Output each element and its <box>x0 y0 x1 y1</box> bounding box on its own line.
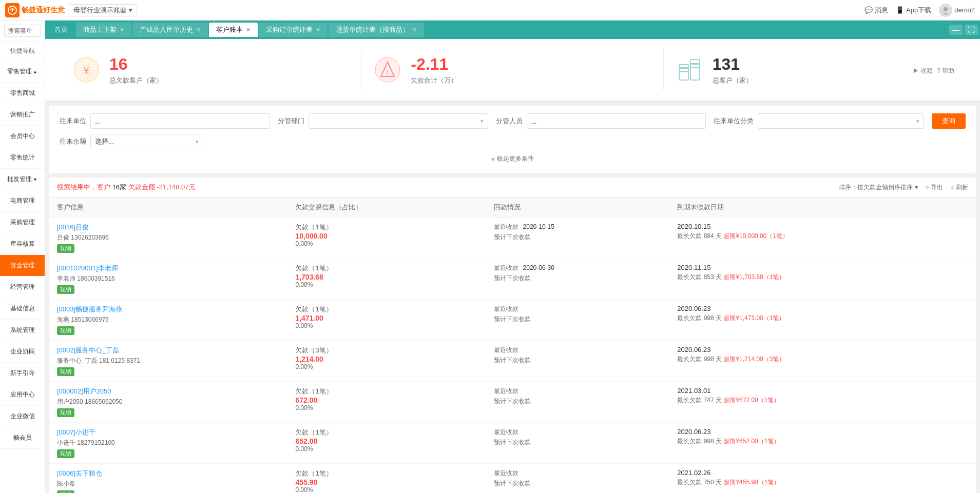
customer-name-4[interactable]: [000002]用户2050 <box>57 387 280 396</box>
search-button[interactable]: 查询 <box>932 113 966 129</box>
unit-category-select[interactable]: ▾ <box>758 113 924 129</box>
customer-name-3[interactable]: [0002]服务中心_丁磊 <box>57 346 280 355</box>
due-max-6: 最长欠款 750 天 超期¥455.90（1笔） <box>677 478 968 487</box>
status-badge-4: 现销 <box>57 408 74 417</box>
customer-name-0[interactable]: [0016]吕俊 <box>57 223 280 232</box>
sidebar-item-appcenter[interactable]: 应用中心 <box>0 384 45 406</box>
sidebar-item-inventory[interactable]: 库存核算 <box>0 233 45 255</box>
debt-amount-6[interactable]: 455.90 <box>295 478 478 486</box>
sidebar-item-batch-mgmt[interactable]: 批发管理 ▼ <box>0 169 45 190</box>
overdue-link-0[interactable]: 超期¥10,000.00（1笔） <box>723 232 789 240</box>
overdue-link-1[interactable]: 超期¥1,703.68（1笔） <box>723 273 785 281</box>
results-amount-value: -21,148.07元 <box>157 183 195 191</box>
sidebar-item-ops[interactable]: 经营管理 <box>0 277 45 298</box>
stat-label-owed-customers: 总欠款客户（家） <box>109 76 163 85</box>
tab-product-offline[interactable]: 商品上下架 ✕ <box>76 23 131 37</box>
sort-selector[interactable]: 排序：按欠款金额倒序排序 ▾ <box>839 183 918 192</box>
results-header: 搜索结果中，客户 16家 欠款金额 -21,148.07元 排序：按欠款金额倒序… <box>49 178 976 198</box>
stat-info-amount: -2.11 欠款合计（万） <box>411 55 457 85</box>
customer-name-5[interactable]: [0007]小进千 <box>57 428 280 437</box>
sidebar-item-retail-stat[interactable]: 零售统计 <box>0 147 45 169</box>
sidebar-item-ecom[interactable]: 电商管理 <box>0 190 45 212</box>
customer-name-6[interactable]: [0006]去下粮仓 <box>57 469 280 478</box>
debt-amount-3[interactable]: 1,214.00 <box>295 355 478 363</box>
customer-name-1[interactable]: [0001020001]李老师 <box>57 264 280 273</box>
sidebar-item-member[interactable]: 会员中心 <box>0 126 45 147</box>
stat-card-total-customers: 131 总客户（家） ▶ 视频 ? 帮助 <box>664 49 965 90</box>
tab-close-icon-5[interactable]: ✕ <box>412 27 417 33</box>
sidebar-item-marketing[interactable]: 营销推广 <box>0 104 45 126</box>
results-amount-prefix: 欠款金额 <box>128 183 155 191</box>
sidebar-label-vip: 畅会员 <box>13 434 32 441</box>
overdue-link-2[interactable]: 超期¥1,471.00（1笔） <box>723 314 785 322</box>
tab-minimize-button[interactable]: — <box>949 25 963 35</box>
debt-amount-1[interactable]: 1,703.68 <box>295 273 478 281</box>
person-input[interactable]: ... <box>527 113 706 129</box>
debt-amount-0[interactable]: 10,000.00 <box>295 232 478 240</box>
refresh-button[interactable]: ○ 刷新 <box>951 183 968 192</box>
balance-select[interactable]: 选择... ▾ <box>90 134 203 149</box>
cell-debt-1: 欠款（1笔） 1,703.68 0.00% <box>287 259 486 300</box>
help-button[interactable]: ? 帮助 <box>937 67 954 75</box>
tab-purchase-order[interactable]: 采购订单统计表 ✕ <box>259 23 328 37</box>
export-button[interactable]: ○ 导出 <box>926 183 943 192</box>
message-button[interactable]: 💬 消息 <box>864 6 888 15</box>
svg-text:!: ! <box>387 68 389 76</box>
sidebar-item-vip[interactable]: 畅会员 <box>0 427 45 449</box>
due-date-5: 2020.06.23 <box>677 428 968 436</box>
sidebar-item-wechat[interactable]: 企业微信 <box>0 406 45 427</box>
tab-instock-stat[interactable]: 进货单统计表（按商品） ✕ <box>329 23 424 37</box>
tab-maximize-button[interactable]: ⛶ <box>965 25 978 35</box>
stat-label-total-customers: 总客户（家） <box>713 76 753 85</box>
overdue-link-4[interactable]: 超期¥672.00（1笔） <box>723 397 780 404</box>
tab-close-icon[interactable]: ✕ <box>120 27 124 33</box>
collapse-icon: « <box>491 155 495 163</box>
col-header-due: 到期未收款日期 <box>669 198 976 218</box>
sidebar-label-retail-stat: 零售统计 <box>10 154 35 161</box>
store-selector[interactable]: 母婴行业演示账套 ▾ <box>69 4 137 16</box>
sidebar-item-purchase[interactable]: 采购管理 <box>0 212 45 233</box>
sidebar-item-system[interactable]: 系统管理 <box>0 320 45 341</box>
recovery-next-1: 预计下次收款 <box>494 274 662 283</box>
cell-due-0: 2020.10.15 最长欠款 884 天 超期¥10,000.00（1笔） <box>669 218 976 259</box>
sidebar-item-finance[interactable]: 资金管理 <box>0 255 45 277</box>
tab-close-icon-3[interactable]: ✕ <box>246 27 251 33</box>
tab-close-icon-4[interactable]: ✕ <box>316 27 320 33</box>
help-label: 帮助 <box>942 67 954 74</box>
cell-debt-4: 欠款（1笔） 672.00 0.00% <box>287 382 486 423</box>
debt-percent-2: 0.00% <box>295 322 478 329</box>
from-unit-input[interactable]: ... <box>90 113 270 129</box>
help-icon: ? <box>937 67 940 74</box>
video-button[interactable]: ▶ 视频 <box>913 67 933 75</box>
customer-name-2[interactable]: [0003]畅捷服务尹海燕 <box>57 305 280 314</box>
debt-amount-2[interactable]: 1,471.00 <box>295 314 478 322</box>
sidebar-item-newguide[interactable]: 新手引导 <box>0 363 45 384</box>
cell-due-5: 2020.06.23 最长欠款 998 天 超期¥652.00（1笔） <box>669 423 976 464</box>
sidebar-quick-nav[interactable]: 快捷导航 <box>0 42 45 61</box>
sidebar-item-basic[interactable]: 基础信息 <box>0 298 45 320</box>
balance-label: 往来余额 <box>60 137 86 146</box>
filter-area: 往来单位 ... 分管部门 ▾ <box>49 106 976 173</box>
debt-amount-5[interactable]: 652.00 <box>295 437 478 445</box>
sidebar-item-enterprise[interactable]: 企业协同 <box>0 341 45 363</box>
sidebar-item-retail-store[interactable]: 零售商城 <box>0 83 45 104</box>
debt-amount-4[interactable]: 672.00 <box>295 396 478 404</box>
sidebar-label-retail-mgmt: 零售管理 <box>7 67 32 76</box>
results-customer-count: 16家 <box>112 183 126 191</box>
tab-product-history[interactable]: 产成品入库单历史 ✕ <box>132 23 208 37</box>
tab-customer-account[interactable]: 客户账本 ✕ <box>209 23 258 37</box>
tab-close-icon-2[interactable]: ✕ <box>196 27 201 33</box>
app-download-button[interactable]: 📱 App下载 <box>896 6 931 15</box>
sidebar-label-ecom: 电商管理 <box>10 197 35 204</box>
collapse-button[interactable]: « 收起更多条件 <box>60 152 966 166</box>
search-input[interactable] <box>4 25 41 37</box>
recovery-next-2: 预计下次收款 <box>494 315 662 324</box>
dept-select[interactable]: ▾ <box>309 113 488 129</box>
overdue-link-5[interactable]: 超期¥652.00（1笔） <box>723 438 780 445</box>
overdue-link-3[interactable]: 超期¥1,214.00（3笔） <box>723 356 785 363</box>
user-menu[interactable]: demo2 <box>939 4 975 17</box>
overdue-link-6[interactable]: 超期¥455.90（1笔） <box>723 479 780 486</box>
sidebar-item-retail-mgmt[interactable]: 零售管理 ▲ <box>0 61 45 83</box>
tab-home[interactable]: 首页 <box>47 23 75 37</box>
due-max-2: 最长欠款 998 天 超期¥1,471.00（1笔） <box>677 314 968 323</box>
